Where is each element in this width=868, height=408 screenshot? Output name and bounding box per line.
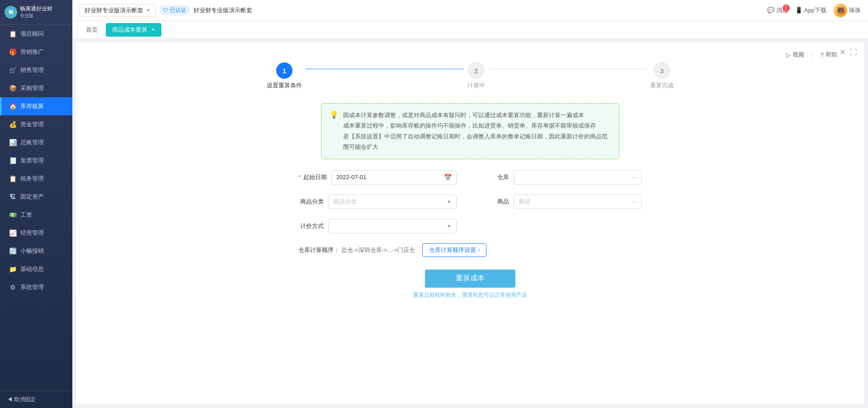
sidebar-item-sales[interactable]: 🛒 销售管理 xyxy=(0,61,72,79)
start-date-field: * 起始日期 📅 xyxy=(298,170,457,185)
sidebar: 畅 畅康通好业财 专业版 📋 项目顾问 🎁 营销推广 🛒 销售管理 📦 采购管理… xyxy=(0,0,72,408)
sidebar-item-invoice[interactable]: 🧾 发票管理 xyxy=(0,152,72,170)
expand-window-button[interactable]: ⛶ xyxy=(850,48,857,57)
logo-text: 畅康通好业财 专业版 xyxy=(20,5,52,19)
salary-icon: 💵 xyxy=(9,211,17,219)
step-3: 3 重算完成 xyxy=(650,62,674,90)
tab-cost-recalc[interactable]: 商品成本重算 ✕ xyxy=(106,23,161,37)
sidebar-item-expense[interactable]: 🔄 小畅报销 xyxy=(0,242,72,260)
app-download-button[interactable]: 📱 App下载 xyxy=(795,6,826,14)
warehouse-order-settings-button[interactable]: 仓库计算顺序设置 › xyxy=(422,243,486,257)
sidebar-item-operations[interactable]: 📈 经营管理 xyxy=(0,224,72,242)
info-icon: 💡 xyxy=(330,110,339,152)
warehouse-field: 仓库 ··· xyxy=(484,170,642,185)
sidebar-item-label: 经营管理 xyxy=(20,229,44,237)
step-1: 1 设置重算条件 xyxy=(267,62,302,90)
sidebar-item-finance[interactable]: 💰 资金管理 xyxy=(0,115,72,133)
finance-icon: 💰 xyxy=(9,120,17,128)
sidebar-item-label: 总账管理 xyxy=(20,138,44,147)
help-link[interactable]: ? 帮助 xyxy=(821,51,837,59)
sidebar-item-system[interactable]: ⚙ 系统管理 xyxy=(0,278,72,296)
user-menu[interactable]: 🐻 珠珠 xyxy=(834,4,861,17)
sidebar-nav: 📋 项目顾问 🎁 营销推广 🛒 销售管理 📦 采购管理 🏠 库存核算 💰 资金管… xyxy=(0,25,72,391)
video-link[interactable]: ▷ 视频 xyxy=(786,51,804,59)
account-name: 好业财专业版演示帐套 xyxy=(193,6,252,14)
sidebar-unpin-button[interactable]: ◀ 取消固定 xyxy=(0,391,72,408)
step-line-2 xyxy=(489,69,647,69)
sidebar-item-inventory[interactable]: 🏠 库存核算 xyxy=(0,97,72,115)
sidebar-item-accounting[interactable]: 📊 总账管理 xyxy=(0,133,72,152)
steps-container: 1 设置重算条件 2 计算中 3 重算完成 xyxy=(267,53,674,94)
info-text: 因成本计算参数调整，或是对商品成本有疑问时，可以通过成本重算功能，重新计算一遍成… xyxy=(343,110,611,152)
topbar: 好业财专业版演示帐套 ▼ 🛡 已认证 好业财专业版演示帐套 💬 消息 1 📱 A… xyxy=(72,0,868,21)
message-badge: 1 xyxy=(783,5,790,12)
form-row-3: 计价方式 ▼ xyxy=(298,219,642,233)
verified-badge: 🛡 已认证 xyxy=(159,5,190,15)
chevron-down-icon: ▼ xyxy=(146,8,151,13)
sidebar-item-basic[interactable]: 📁 基础信息 xyxy=(0,260,72,278)
form-row-1: * 起始日期 📅 仓库 ··· xyxy=(298,170,642,185)
calendar-icon[interactable]: 📅 xyxy=(444,174,452,181)
warehouse-label: 仓库 xyxy=(484,173,509,181)
warehouse-order-label: 仓库计算顺序： 总仓->深圳仓库->...->门店仓 xyxy=(298,246,415,254)
message-icon: 💬 xyxy=(767,7,774,14)
start-date-text[interactable] xyxy=(336,174,441,180)
sidebar-item-label: 工资 xyxy=(20,211,32,219)
sidebar-item-tax[interactable]: 📋 税务管理 xyxy=(0,170,72,188)
sidebar-item-label: 采购管理 xyxy=(20,84,44,92)
content-area: ✕ ⛶ ▷ 视频 | ? 帮助 1 设置重算条件 xyxy=(76,43,864,404)
system-icon: ⚙ xyxy=(9,283,17,291)
goods-input[interactable]: 商品 ··· xyxy=(514,195,642,209)
dots-icon: ··· xyxy=(632,174,637,180)
step-3-label: 重算完成 xyxy=(650,81,674,90)
sidebar-item-project[interactable]: 📋 项目顾问 xyxy=(0,25,72,43)
sidebar-item-marketing[interactable]: 🎁 营销推广 xyxy=(0,43,72,61)
assets-icon: 🏗 xyxy=(9,193,17,201)
sidebar-item-label: 小畅报销 xyxy=(20,247,44,255)
project-icon: 📋 xyxy=(9,30,17,38)
category-field: 商品分类 商品分类 ▼ xyxy=(298,195,457,209)
account-selector-text: 好业财专业版演示帐套 xyxy=(85,6,143,14)
step-1-circle: 1 xyxy=(276,62,292,79)
message-button[interactable]: 💬 消息 1 xyxy=(767,6,788,14)
submit-area: 重算成本 重算过程耗时较长，重算时您可以正常使用产品 xyxy=(298,270,642,299)
sidebar-item-salary[interactable]: 💵 工资 xyxy=(0,206,72,224)
sales-icon: 🛒 xyxy=(9,66,17,74)
start-date-input[interactable]: 📅 xyxy=(331,170,457,185)
start-date-label: * 起始日期 xyxy=(298,173,327,181)
submit-hint: 重算过程耗时较长，重算时您可以正常使用产品 xyxy=(413,291,527,299)
sidebar-item-purchase[interactable]: 📦 采购管理 xyxy=(0,79,72,97)
category-select[interactable]: 商品分类 ▼ xyxy=(328,195,457,209)
sidebar-item-label: 资金管理 xyxy=(20,120,44,128)
tab-close-icon[interactable]: ✕ xyxy=(151,27,155,33)
close-window-button[interactable]: ✕ xyxy=(840,48,845,57)
price-method-select[interactable]: ▼ xyxy=(328,219,457,233)
sidebar-item-assets[interactable]: 🏗 固定资产 xyxy=(0,188,72,206)
form-area: * 起始日期 📅 仓库 ··· xyxy=(298,170,642,299)
tab-home[interactable]: 首页 xyxy=(80,23,104,37)
account-selector[interactable]: 好业财专业版演示帐套 ▼ xyxy=(80,4,156,17)
chevron-down-icon: ▼ xyxy=(447,223,452,229)
user-avatar: 🐻 xyxy=(834,4,847,17)
submit-button[interactable]: 重算成本 xyxy=(425,270,515,288)
step-3-circle: 3 xyxy=(654,62,670,79)
goods-field: 商品 商品 ··· xyxy=(484,195,642,209)
goods-label: 商品 xyxy=(484,198,509,206)
sidebar-item-label: 税务管理 xyxy=(20,175,44,183)
price-method-field: 计价方式 ▼ xyxy=(298,219,457,233)
inventory-icon: 🏠 xyxy=(9,102,17,110)
purchase-icon: 📦 xyxy=(9,84,17,92)
dots-icon: ··· xyxy=(632,198,637,205)
shield-icon: 🛡 xyxy=(163,7,168,14)
form-row-2: 商品分类 商品分类 ▼ 商品 商品 ··· xyxy=(298,195,642,209)
chevron-down-icon: ▼ xyxy=(447,199,452,204)
warehouse-order-row: 仓库计算顺序： 总仓->深圳仓库->...->门店仓 仓库计算顺序设置 › xyxy=(298,243,642,257)
warehouse-input[interactable]: ··· xyxy=(514,170,642,185)
sidebar-item-label: 营销推广 xyxy=(20,48,44,56)
window-controls: ✕ ⛶ xyxy=(840,48,857,57)
sidebar-item-label: 基础信息 xyxy=(20,265,44,273)
logo-icon: 畅 xyxy=(5,6,17,19)
phone-icon: 📱 xyxy=(795,7,802,14)
step-2: 2 计算中 xyxy=(467,62,485,90)
info-box: 💡 因成本计算参数调整，或是对商品成本有疑问时，可以通过成本重算功能，重新计算一… xyxy=(321,103,619,159)
